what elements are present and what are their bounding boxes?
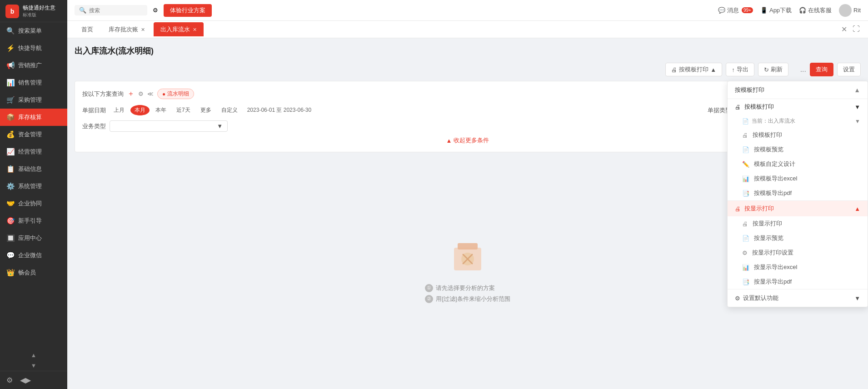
tab-batch[interactable]: 库存批次账 ✕ (102, 22, 152, 36)
sidebar-logo: b 畅捷通好生意 标准版 (0, 0, 67, 22)
sidebar-item-operation[interactable]: 📈经营管理 (0, 143, 67, 160)
refresh-icon: ↻ (764, 66, 769, 73)
dp-up-icon[interactable]: ▲ (854, 86, 860, 94)
sidebar-item-inventory[interactable]: 📦库存核算 (0, 109, 67, 126)
collapse-btn[interactable]: ▲ 收起更多条件 (446, 136, 489, 145)
date-btn-this-year[interactable]: 本年 (151, 105, 170, 115)
dp-section-display: 🖨 按显示打印 ▲ 🖨 按显示打印 📄 按显示预览 ⚙ 按显示打印设置 (728, 201, 868, 289)
tag-label: 流水明细 (167, 90, 189, 98)
sidebar-member-label: 畅会员 (18, 269, 36, 277)
sidebar-item-system[interactable]: ⚙️系统管理 (0, 178, 67, 195)
tab-flow[interactable]: 出入库流水 ✕ (154, 22, 204, 36)
sidebar-item-cooperation[interactable]: 🤝企业协同 (0, 195, 67, 212)
dp-display-print-label: 按显示打印 (753, 219, 782, 228)
date-btn-this-month[interactable]: 本月 (130, 105, 150, 115)
dp-section-template-header[interactable]: 🖨 按模板打印 ▼ (728, 99, 868, 115)
tabbar-controls: ✕ ⛶ (840, 24, 861, 35)
tab-batch-close[interactable]: ✕ (141, 27, 145, 33)
sidebar-scroll-arrow[interactable]: ▲ (0, 350, 67, 360)
dp-display-print-item[interactable]: 🖨 按显示打印 (728, 216, 868, 231)
page-title: 出入库流水(流水明细) (75, 45, 861, 56)
sidebar-item-finance[interactable]: 💰资金管理 (0, 126, 67, 143)
dp-template-pdf-icon: 📑 (742, 190, 749, 197)
sidebar-item-basic[interactable]: 📋基础信息 (0, 160, 67, 178)
sidebar-item-app-center[interactable]: 🔲应用中心 (0, 229, 67, 247)
template-print-btn[interactable]: 🖨 按模板打印 ▲ (665, 63, 722, 76)
date-btn-custom[interactable]: 自定义 (217, 105, 242, 115)
app-download-btn[interactable]: 📱 App下载 (760, 6, 792, 15)
dp-display-pdf-item[interactable]: 📑 按显示导出pdf (728, 274, 868, 289)
business-type-select[interactable]: ▼ (110, 120, 228, 132)
dp-footer[interactable]: ⚙ 设置默认功能 ▼ (728, 289, 868, 307)
settings-icon[interactable]: ⚙ (6, 376, 13, 384)
tab-flow-close[interactable]: ✕ (193, 27, 197, 33)
search-input[interactable] (89, 7, 135, 14)
sidebar-item-search[interactable]: 🔍搜索菜单 (0, 22, 67, 40)
dp-display-printer-icon: 🖨 (735, 205, 741, 212)
online-service-btn[interactable]: 🎧 在线客服 (799, 6, 832, 15)
date-btn-7days[interactable]: 近7天 (172, 105, 195, 115)
collapse-icon[interactable]: ◀▶ (20, 376, 31, 384)
dp-display-preview-item[interactable]: 📄 按显示预览 (728, 231, 868, 245)
industry-btn[interactable]: 体验行业方案 (164, 4, 212, 17)
empty-step-1: ① 请先选择要分析的方案 (425, 284, 510, 292)
filter-tag[interactable]: ● 流水明细 (157, 89, 194, 99)
dp-template-excel-item[interactable]: 📊 按模板导出excel (728, 171, 868, 186)
sidebar-item-quick-nav[interactable]: ⚡快捷导航 (0, 40, 67, 57)
sidebar-scroll-down[interactable]: ▼ (0, 360, 67, 371)
sidebar-item-wechat[interactable]: 💬企业微信 (0, 247, 67, 264)
dp-display-excel-label: 按显示导出excel (754, 263, 797, 271)
dp-template-preview-icon: 📄 (742, 146, 749, 153)
collapse-icon: ▲ (446, 137, 452, 144)
settings-btn[interactable]: 设置 (837, 63, 861, 76)
dp-section-display-header[interactable]: 🖨 按显示打印 ▲ (728, 201, 868, 216)
sidebar-item-marketing[interactable]: 📢营销推广 (0, 57, 67, 74)
dp-current-label: 📄 当前：出入库流水 ▼ (728, 115, 868, 128)
sidebar-inventory-label: 库存核算 (18, 113, 42, 121)
search-box[interactable]: 🔍 (75, 5, 147, 15)
dp-title: 按模板打印 (735, 86, 764, 94)
dp-display-preview-icon: 📄 (742, 235, 749, 242)
svg-rect-1 (458, 243, 478, 249)
query-btn[interactable]: 查询 (810, 63, 833, 76)
tabbar: 首页 库存批次账 ✕ 出入库流水 ✕ ✕ ⛶ (67, 21, 868, 38)
tab-home[interactable]: 首页 (75, 22, 100, 36)
sidebar-item-purchase[interactable]: 🛒采购管理 (0, 91, 67, 109)
filter-collapse-icon[interactable]: ≪ (147, 90, 154, 97)
sidebar-item-member[interactable]: 👑畅会员 (0, 264, 67, 281)
dp-template-preview-item[interactable]: 📄 按模板预览 (728, 142, 868, 157)
step-1-text: 请先选择要分析的方案 (436, 284, 495, 292)
headset-icon: 🎧 (799, 7, 806, 14)
close-all-icon[interactable]: ✕ (840, 24, 848, 35)
printer-icon: 🖨 (671, 66, 677, 73)
dp-template-pdf-item[interactable]: 📑 按模板导出pdf (728, 186, 868, 200)
maximize-icon[interactable]: ⛶ (852, 24, 861, 35)
sidebar-inventory-icon: 📦 (6, 113, 15, 121)
more-options-btn[interactable]: ... (800, 65, 806, 74)
message-btn[interactable]: 💬 消息 99+ (718, 6, 753, 15)
sidebar-marketing-label: 营销推广 (18, 61, 42, 70)
refresh-btn[interactable]: ↻ 刷新 (758, 63, 788, 76)
sidebar-item-sales[interactable]: 📊销售管理 (0, 74, 67, 91)
step-1-num: ① (425, 284, 433, 292)
dp-template-excel-label: 按模板导出excel (754, 175, 797, 183)
user-btn[interactable]: Rit (839, 4, 861, 17)
dp-display-excel-item[interactable]: 📊 按显示导出excel (728, 260, 868, 274)
filter-settings-icon[interactable]: ⚙ (138, 90, 144, 97)
search-icon: 🔍 (79, 7, 86, 14)
date-btn-more[interactable]: 更多 (196, 105, 215, 115)
export-btn[interactable]: ↑ 导出 (726, 63, 754, 76)
sidebar-purchase-label: 采购管理 (18, 96, 42, 104)
empty-step-2: ② 用[过滤]条件来缩小分析范围 (425, 295, 510, 303)
business-type-dropdown-icon: ▼ (217, 123, 223, 130)
dp-header-controls: ▲ (854, 86, 860, 94)
dp-display-excel-icon: 📊 (742, 264, 749, 271)
topbar-settings-icon[interactable]: ⚙ (153, 7, 158, 14)
sidebar-item-guide[interactable]: 🎯新手引导 (0, 212, 67, 229)
business-type-label: 业务类型 (82, 122, 106, 130)
date-btn-last-month[interactable]: 上月 (110, 105, 129, 115)
dp-template-print-item[interactable]: 🖨 按模板打印 (728, 128, 868, 142)
filter-add-btn[interactable]: ＋ (127, 89, 135, 99)
dp-template-custom-item[interactable]: ✏️ 模板自定义设计 (728, 157, 868, 171)
dp-display-settings-item[interactable]: ⚙ 按显示打印设置 (728, 245, 868, 260)
